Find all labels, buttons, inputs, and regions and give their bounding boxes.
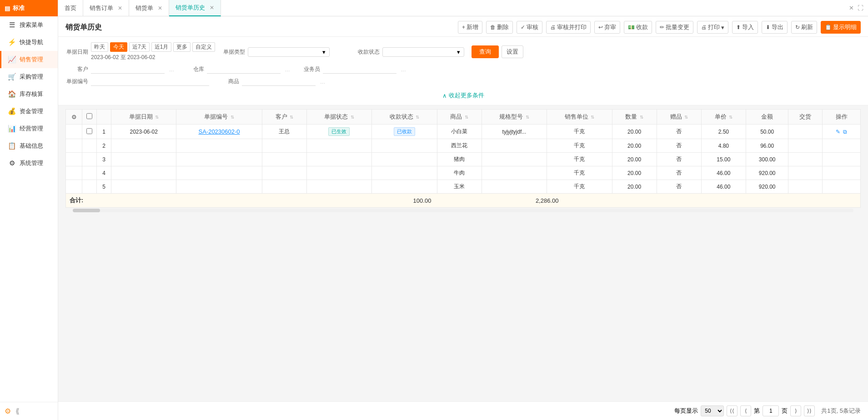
sidebar-item-sales-mgmt[interactable]: 📈 销售管理 [0,51,58,68]
last-page-button[interactable]: ⟩⟩ [804,405,815,416]
filter-warehouse-input[interactable] [207,65,281,74]
tab-sales-history[interactable]: 销货单历史 ✕ [169,0,221,16]
sidebar-item-search-menu[interactable]: ☰ 搜索菜单 [0,16,58,34]
col-trade: 交货 [788,110,823,125]
topbar-expand-icon[interactable]: ⛶ [858,5,863,11]
per-page-select[interactable]: 50 100 [701,405,724,416]
col-collect-status[interactable]: 收款状态 ⇅ [372,110,437,125]
prev-page-button[interactable]: ⟨ [740,405,751,416]
row-action-copy-button[interactable]: ⧉ [843,129,847,135]
row-checkbox-cell[interactable] [82,180,97,194]
sort-goods-icon: ⇅ [465,115,468,120]
sidebar-item-finance[interactable]: 💰 资金管理 [0,103,58,120]
audit-button[interactable]: ✓ 审核 [517,21,542,34]
select-all-checkbox[interactable] [86,113,92,119]
col-checkbox[interactable] [82,110,97,125]
filter-warehouse-dots[interactable]: ... [285,66,290,73]
filter-staff-input[interactable] [323,65,396,74]
topbar-close-icon[interactable]: ✕ [849,5,854,11]
row-doc-no-link[interactable]: SA-20230602-0 [198,128,240,135]
filter-customer-input[interactable] [91,65,165,74]
sidebar-item-quick-nav[interactable]: ⚡ 快捷导航 [0,34,58,51]
date-btn-7days[interactable]: 近7天 [129,42,150,52]
filter-collapse-button[interactable]: ∧ 收起更多条件 [65,90,861,101]
filter-customer-dots[interactable]: ... [169,66,174,73]
tab-home[interactable]: 首页 [58,0,83,16]
row-checkbox-cell[interactable] [82,153,97,166]
col-settings[interactable]: ⚙ [66,110,82,125]
inventory-icon: 🏠 [8,90,16,98]
col-doc-status[interactable]: 单据状态 ⇅ [306,110,371,125]
tab-sales-order-close[interactable]: ✕ [118,5,122,11]
sidebar-item-basic-info[interactable]: 📋 基础信息 [0,137,58,155]
row-action-edit-button[interactable]: ✎ [836,129,840,135]
delete-button[interactable]: 🗑 删除 [486,21,513,34]
add-button[interactable]: + 新增 [458,21,482,34]
sidebar-gear-icon[interactable]: ⚙ [5,407,11,415]
sort-gift-icon: ⇅ [684,115,688,120]
col-customer[interactable]: 客户 ⇅ [262,110,306,125]
row-checkbox[interactable] [86,128,92,134]
operations-icon: 📊 [8,125,16,133]
col-qty[interactable]: 数量 ⇅ [612,110,657,125]
col-doc-date[interactable]: 单据日期 ⇅ [111,110,176,125]
row-price-cell: 4.80 [701,139,746,153]
batch-change-button[interactable]: ✏ 批量变更 [656,21,693,34]
sidebar-item-sys-mgmt[interactable]: ⚙ 系统管理 [0,155,58,172]
col-gift[interactable]: 赠品 ⇅ [657,110,701,125]
query-button[interactable]: 查询 [472,45,499,58]
per-page-label: 每页显示 [674,407,698,415]
col-unit[interactable]: 销售单位 ⇅ [547,110,612,125]
filter-collect-status-select[interactable]: ▾ [382,47,464,57]
tab-sales-order[interactable]: 销售订单 ✕ [83,0,129,16]
page-number-input[interactable] [763,405,779,416]
date-btn-1month[interactable]: 近1月 [151,42,172,52]
import-button[interactable]: ⬆ 导入 [732,21,758,34]
col-doc-no[interactable]: 单据编号 ⇅ [176,110,262,125]
row-doc-no-cell: SA-20230602-0 [176,125,262,139]
date-btn-today[interactable]: 今天 [110,42,127,52]
settings-icon[interactable]: ⚙ [71,114,77,120]
tab-sales-goods-close[interactable]: ✕ [158,5,162,11]
row-checkbox-cell[interactable] [82,166,97,180]
row-collect-status-cell: 已收款 [372,125,437,139]
col-price[interactable]: 单价 ⇅ [701,110,746,125]
horizontal-scrollbar-track[interactable] [73,209,853,212]
sort-doc-status-icon: ⇅ [351,115,354,120]
row-action-cell [823,139,861,153]
refresh-button[interactable]: ↻ 刷新 [791,21,817,34]
discard-button[interactable]: ↩ 弃审 [594,21,620,34]
sidebar-item-inventory[interactable]: 🏠 库存核算 [0,85,58,103]
tab-sales-history-close[interactable]: ✕ [210,5,214,11]
row-checkbox-cell[interactable] [82,125,97,139]
filter-goods-input[interactable] [242,77,316,86]
filter-docno-input[interactable] [91,77,209,86]
export-button[interactable]: ⬇ 导出 [762,21,788,34]
sidebar-collapse-icon[interactable]: ⟪ [15,407,20,415]
col-spec[interactable]: 规格型号 ⇅ [482,110,547,125]
row-customer-cell: 王总 [262,125,306,139]
sidebar-item-purchase-mgmt[interactable]: 🛒 采购管理 [0,68,58,85]
date-btn-yesterday[interactable]: 昨天 [91,42,108,52]
sidebar-item-operations[interactable]: 📊 经营管理 [0,120,58,137]
filter-settings-button[interactable]: 设置 [502,45,523,58]
filter-goods-dots[interactable]: ... [320,78,325,85]
audit-print-button[interactable]: 🖨 审核并打印 [546,21,591,34]
horizontal-scrollbar-thumb[interactable] [73,209,100,212]
col-goods[interactable]: 商品 ⇅ [437,110,482,125]
discard-label: 弃审 [604,23,616,31]
row-spec-cell [482,166,547,180]
filter-row-1: 单据日期 昨天 今天 近7天 近1月 更多 自定义 2023-06-02 至 2… [65,42,861,61]
show-detail-button[interactable]: 📋 显示明细 [821,21,861,34]
date-btn-more[interactable]: 更多 [173,42,191,52]
tab-sales-goods[interactable]: 销货单 ✕ [129,0,169,16]
first-page-button[interactable]: ⟨⟨ [727,405,738,416]
print-button[interactable]: 🖨 打印 ▾ [697,21,728,34]
next-page-button[interactable]: ⟩ [790,405,801,416]
collect-button[interactable]: 💵 收款 [624,21,652,34]
row-checkbox-cell[interactable] [82,139,97,153]
footer-label: 合计: [70,196,106,205]
filter-doc-type-select[interactable]: ▾ [248,47,330,57]
filter-staff-dots[interactable]: ... [401,66,406,73]
date-btn-custom[interactable]: 自定义 [192,42,215,52]
